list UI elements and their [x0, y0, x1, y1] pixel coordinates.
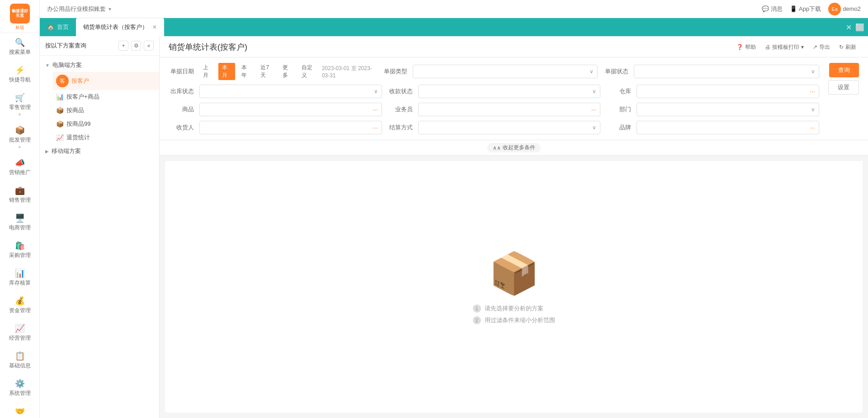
user-menu[interactable]: Ea demo2 [828, 3, 861, 15]
template-print-btn[interactable]: 🖨 按模板打印 ▾ [762, 43, 807, 52]
warehouse-input[interactable]: ··· [637, 85, 819, 98]
sidebar-item-purchase[interactable]: 🛍️ 采购管理 [0, 236, 39, 264]
sidebar-item-search[interactable]: 🔍 搜索菜单 [0, 33, 39, 61]
tree-item-by-customer[interactable]: 客 按客户 [52, 72, 159, 90]
empty-tip-1: 1 请先选择要分析的方案 [473, 304, 555, 313]
sidebar-item-system[interactable]: ⚙️ 系统管理 [0, 374, 39, 402]
message-btn[interactable]: 💬 消息 [762, 5, 783, 13]
topbar-right: 💬 消息 📱 App下载 Ea demo2 [762, 3, 861, 15]
action-buttons: 查询 设置 [823, 63, 859, 95]
sidebar-item-label: 经营管理 [9, 334, 31, 342]
query-button[interactable]: 查询 [829, 63, 859, 77]
collapse-panel-btn[interactable]: « [144, 41, 154, 51]
tab-close-icon[interactable]: ✕ [152, 24, 157, 30]
basic-icon: 📋 [15, 351, 25, 361]
last-month-btn[interactable]: 上月 [199, 63, 216, 80]
out-status-label: 出库状态 [169, 87, 194, 95]
payment-status-input[interactable]: ∨ [418, 85, 601, 98]
tree-item-label: 按客户+商品 [66, 93, 99, 101]
add-scheme-btn[interactable]: + [118, 41, 128, 51]
operation-icon: 📈 [15, 323, 25, 333]
receiver-input[interactable]: ··· [199, 121, 382, 134]
home-icon: 🏠 [47, 24, 54, 31]
sidebar-item-inventory[interactable]: 📊 库存核算 [0, 264, 39, 291]
app-download-btn[interactable]: 📱 App下载 [790, 5, 821, 13]
tabbar: 🏠 首页 销货单统计表（按客户） ✕ ✕ ⬜ [40, 18, 868, 36]
chevron-down-icon: ∨ [592, 88, 596, 95]
sidebar-item-ecommerce[interactable]: 🖥️ 电商管理 [0, 209, 39, 236]
tree-item-return-stat[interactable]: 📈 退货统计 [52, 131, 159, 144]
refresh-btn[interactable]: ↻ 刷新 [836, 43, 859, 52]
department-input[interactable]: ∨ [637, 103, 819, 116]
chevron-down-icon: ∨ [592, 124, 596, 131]
more-icon: ··· [373, 106, 378, 113]
topbar-dropdown-icon[interactable]: ▾ [108, 6, 111, 12]
settlement-input[interactable]: ∨ [418, 121, 601, 134]
last-7-btn[interactable]: 近7天 [257, 63, 276, 80]
export-icon: ↗ [813, 44, 817, 50]
content-area: 按以下方案查询 + ⚙ « ▼ 电脑端方案 客 按客户 [40, 36, 868, 418]
ecommerce-icon: 🖥️ [15, 213, 25, 223]
logo-text: 标版 [15, 24, 24, 31]
salesperson-input[interactable]: ··· [418, 103, 601, 116]
sidebar-item-label: 批发管理 [9, 136, 31, 144]
avatar: Ea [828, 3, 841, 15]
maximize-icon[interactable]: ⬜ [855, 23, 864, 32]
tab-home[interactable]: 🏠 首页 [40, 18, 76, 36]
logo-icon: 畅捷通好生意 [10, 4, 30, 24]
order-status-input[interactable]: ∨ [634, 65, 819, 78]
department-label: 部门 [606, 105, 631, 114]
tip-number-2: 2 [473, 316, 481, 324]
tab-sales-stat[interactable]: 销货单统计表（按客户） ✕ [76, 18, 164, 36]
help-btn[interactable]: ❓ 帮助 [734, 43, 759, 52]
empty-tips: 1 请先选择要分析的方案 2 用过滤条件来缩小分析范围 [473, 304, 555, 324]
settings-scheme-btn[interactable]: ⚙ [131, 41, 141, 51]
sidebar-item-label: 快捷导航 [9, 76, 31, 84]
sidebar-item-basic[interactable]: 📋 基础信息 [0, 347, 39, 374]
date-control: 上月 本月 本年 近7天 更多 自定义 2023-03-01 至 2023-03… [199, 63, 377, 80]
close-window-icon[interactable]: ✕ [846, 23, 852, 32]
more-btn[interactable]: 更多 [279, 63, 295, 80]
sidebar-item-label: 销售管理 [9, 196, 31, 204]
sidebar-item-quick-nav[interactable]: ⚡ 快捷导航 [0, 61, 39, 88]
expand-icon: ▲ [18, 111, 22, 116]
export-btn[interactable]: ↗ 导出 [810, 43, 833, 52]
refresh-label: 刷新 [845, 43, 856, 51]
tree-item-label: 退货统计 [66, 133, 90, 142]
sidebar-item-marketing[interactable]: 📣 营销推广 [0, 153, 39, 181]
collapse-button[interactable]: ∧∧ 收起更多条件 [487, 143, 541, 152]
left-panel-actions: + ⚙ « [118, 41, 154, 51]
tree-item-by-product-99[interactable]: 📦 按商品99 [52, 117, 159, 131]
sidebar-item-wholesale[interactable]: 📦 批发管理 ▲ [0, 121, 39, 153]
this-month-btn[interactable]: 本月 [218, 63, 235, 80]
sidebar-item-sales[interactable]: 💼 销售管理 [0, 181, 39, 209]
sidebar-item-operation[interactable]: 📈 经营管理 [0, 319, 39, 347]
tab-actions: ✕ ⬜ [846, 23, 864, 32]
cooperation-icon: 🤝 [15, 406, 25, 416]
tree-group-desktop[interactable]: ▼ 电脑端方案 [40, 58, 159, 72]
this-year-btn[interactable]: 本年 [238, 63, 254, 80]
brand-input[interactable]: ··· [637, 121, 819, 134]
app-download-label: App下载 [799, 5, 821, 13]
sidebar-item-label: 库存核算 [9, 279, 31, 287]
order-type-input[interactable]: ∨ [413, 65, 598, 78]
product99-icon: 📦 [56, 120, 64, 128]
export-label: 导出 [819, 43, 830, 51]
custom-btn[interactable]: 自定义 [298, 63, 319, 80]
sidebar-item-finance[interactable]: 💰 资金管理 [0, 291, 39, 319]
tree-group-mobile[interactable]: ▶ 移动端方案 [40, 144, 159, 158]
sidebar-item-cooperation[interactable]: 🤝 企业协同 [0, 402, 39, 418]
out-status-input[interactable]: ∨ [199, 85, 382, 98]
chevron-down-icon: ∨ [590, 68, 594, 75]
help-icon: ❓ [736, 44, 743, 50]
product-input[interactable]: ··· [199, 103, 382, 116]
tree-item-by-customer-product[interactable]: 📊 按客户+商品 [52, 90, 159, 104]
settings-button[interactable]: 设置 [828, 80, 859, 95]
more-icon: ··· [810, 88, 815, 95]
sidebar-item-retail[interactable]: 🛒 零售管理 ▲ [0, 88, 39, 121]
inventory-icon: 📊 [15, 268, 25, 278]
collapse-arrow-icon: ∧∧ [493, 145, 501, 151]
print-icon: 🖨 [765, 44, 770, 50]
order-type-label: 单据类型 [382, 67, 407, 76]
tree-item-by-product[interactable]: 📦 按商品 [52, 104, 159, 117]
